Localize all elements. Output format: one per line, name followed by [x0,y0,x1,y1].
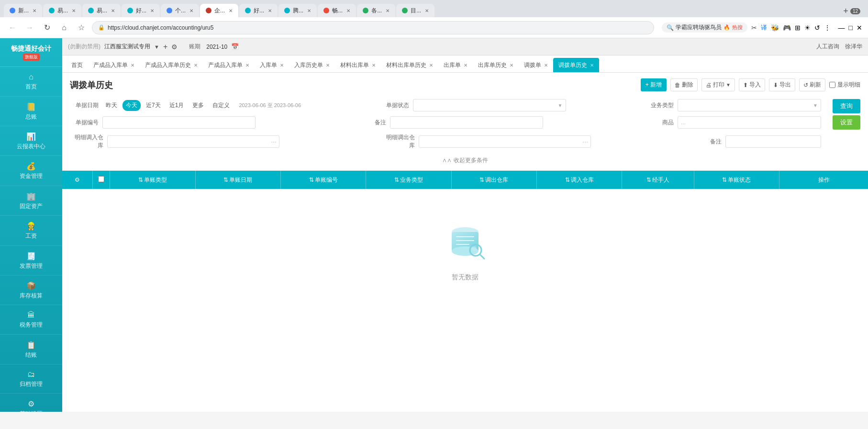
import-btn[interactable]: ⬆ 导入 [739,78,765,91]
sidebar-item-funds[interactable]: 💰 资金管理 [0,156,62,186]
user-service-btn[interactable]: 人工咨询 [816,43,839,51]
print-btn[interactable]: 🖨 打印 ▼ [701,78,735,91]
menu-icon[interactable]: ⋮ [824,24,831,32]
settings-icon[interactable]: ⚙ [171,43,178,51]
sidebar-item-inventory[interactable]: 📦 库存核算 [0,275,62,305]
content-tab-transfer[interactable]: 调拨单 ✕ [519,58,553,72]
content-tab-in-order-hist[interactable]: 入库历史单 ✕ [289,58,335,72]
company-dropdown-icon[interactable]: ▼ [154,44,159,50]
browser-tab-1[interactable]: 新... ✕ [4,4,42,17]
delete-btn[interactable]: 🗑 删除 [670,78,698,91]
date-btn-last7days[interactable]: 近7天 [143,100,164,111]
sidebar-item-invoice[interactable]: 🧾 发票管理 [0,246,62,275]
date-btn-last1month[interactable]: 近1月 [166,100,188,111]
detail-out-input[interactable] [419,135,591,148]
th-in_warehouse[interactable]: ⇅调入仓库 [536,171,622,189]
content-tab-out-order-hist[interactable]: 出库单历史 ✕ [473,58,519,72]
collapse-bar[interactable]: ∧∧ 收起更多条件 [70,154,860,166]
th-biz_type[interactable]: ⇅业务类型 [366,171,451,189]
export-btn[interactable]: ⬇ 导出 [769,78,795,91]
sidebar-item-assets[interactable]: 🏢 固定资产 [0,186,62,216]
content-tab-out-order[interactable]: 出库单 ✕ [438,58,473,72]
browser-tab-6[interactable]: 企... ✕ [200,4,238,17]
goods-select[interactable]: ... [678,116,821,129]
browser-tab-7[interactable]: 好... ✕ [239,4,278,17]
sidebar-item-settings[interactable]: ⚙ 基础设置 [0,394,62,412]
browser-tab-11[interactable]: 目... ✕ [396,4,434,17]
remark2-input[interactable] [725,135,821,148]
remark-input[interactable] [390,116,543,129]
query-btn[interactable]: 查询 [833,99,860,113]
select-all-checkbox[interactable] [98,176,104,182]
minimize-btn[interactable]: — [838,24,845,32]
sidebar-item-reports[interactable]: 📊 云报表中心 [0,126,62,156]
show-cols-checkbox[interactable] [829,82,835,88]
th-out_warehouse[interactable]: ⇅调出仓库 [451,171,536,189]
th-doc_type[interactable]: ⇅单账类型 [110,171,195,189]
sidebar-item-ledger[interactable]: 📒 总账 [0,97,62,126]
content-tab-material-out-hist[interactable]: 材料出库单历史 ✕ [381,58,438,72]
content-tab-purchase-in2[interactable]: 产成品入库单 ✕ [203,58,255,72]
content-tab-home[interactable]: 首页 [66,58,88,72]
browser-tab-9[interactable]: 畅... ✕ [318,4,356,17]
th-handler[interactable]: ⇅经手人 [622,171,694,189]
extension-icon1[interactable]: 🐝 [771,24,779,32]
th-doc_no[interactable]: ⇅单账编号 [280,171,366,189]
address-bar[interactable]: 🔒 https://cloud.chanjet.com/accounting/u… [92,21,654,34]
theme-icon[interactable]: ☀ [804,24,811,32]
maximize-btn[interactable]: □ [849,24,853,32]
company-name[interactable]: 江西服宝测试专用 [104,43,150,51]
refresh-btn[interactable]: ↺ 刷新 [799,78,825,91]
sidebar-item-salary[interactable]: 👷 工资 [0,216,62,245]
date-btn-today[interactable]: 今天 [122,100,141,111]
browser-tab-2[interactable]: 易... ✕ [43,4,81,17]
browser-tab-3[interactable]: 易... ✕ [82,4,121,17]
detail-out-dots[interactable]: ··· [582,138,588,145]
close-browser-btn[interactable]: ✕ [857,24,862,32]
history-icon[interactable]: ↺ [814,24,820,32]
show-cols-toggle[interactable]: 显示明细 [829,81,860,89]
extension-icon2[interactable]: 🎮 [783,24,791,32]
date-btn-custom[interactable]: 自定义 [209,100,233,111]
sidebar-item-closing[interactable]: 📋 结账 [0,335,62,364]
th-settings[interactable]: ⚙ [62,171,93,189]
content-tab-material-out[interactable]: 材料出库单 ✕ [335,58,381,72]
detail-in-dots[interactable]: ··· [271,138,277,145]
detail-in-input[interactable] [107,135,279,148]
content-tab-purchase-in[interactable]: 产成品入库单 ✕ [88,58,140,72]
browser-tab-10[interactable]: 各... ✕ [357,4,395,17]
home-browser-btn[interactable]: ⌂ [57,21,71,34]
sidebar-item-archive[interactable]: 🗂 归档管理 [0,364,62,394]
username-display[interactable]: 徐泽华 [845,43,862,51]
new-tab-btn[interactable]: + [843,6,848,16]
date-btn-more[interactable]: 更多 [189,100,207,111]
date-btn-yesterday[interactable]: 昨天 [102,100,121,111]
new-btn[interactable]: + 新增 [641,78,667,91]
browser-tab-4[interactable]: 好... ✕ [122,4,160,17]
translate-icon[interactable]: 译 [761,23,767,32]
bookmark-btn[interactable]: ☆ [75,21,88,34]
content-tab-in-order[interactable]: 入库单 ✕ [255,58,289,72]
docno-input[interactable] [102,116,256,129]
biz-type-select[interactable]: ▼ [678,99,821,111]
filter-settings-btn[interactable]: 设置 [833,115,860,130]
th-checkbox[interactable] [93,171,110,189]
calendar-icon[interactable]: 📅 [231,43,239,50]
gear-icon[interactable]: ⚙ [75,176,80,183]
status-select[interactable]: ▼ [413,99,566,111]
period-value[interactable]: 2021-10 [206,44,227,50]
apps-icon[interactable]: ⊞ [795,24,801,32]
th-doc_date[interactable]: ⇅单账日期 [195,171,280,189]
browser-tab-8[interactable]: 腾... ✕ [278,4,317,17]
content-tab-transfer-hist[interactable]: 调拨单历史 ✕ [553,58,599,72]
th-operation[interactable]: 操作 [779,171,868,189]
browser-search-bar[interactable]: 🔍 学霸应聘场驱鸟员 🔥 热搜 [662,22,747,33]
sidebar-item-home[interactable]: ⌂ 首页 [0,67,62,96]
refresh-browser-btn[interactable]: ↻ [40,21,54,34]
content-tab-purchase-in-hist[interactable]: 产成品入库单历史 ✕ [140,58,203,72]
sidebar-item-tax[interactable]: 🏛 税务管理 [0,305,62,334]
add-company-btn[interactable]: + [163,43,167,51]
back-btn[interactable]: ← [6,21,19,34]
forward-btn[interactable]: → [23,21,36,34]
browser-tab-5[interactable]: 个... ✕ [161,4,199,17]
